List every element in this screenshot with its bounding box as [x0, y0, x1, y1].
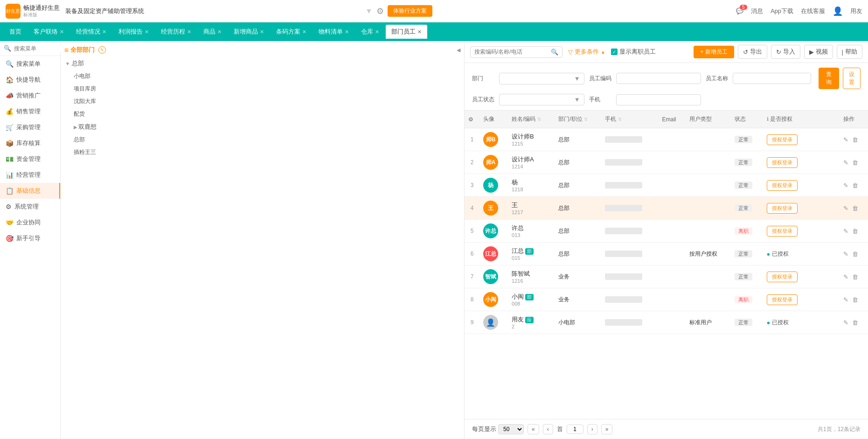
- tab-profit[interactable]: 利润报告 ✕: [113, 25, 154, 39]
- first-page-button[interactable]: «: [528, 424, 539, 434]
- sidebar-item-system[interactable]: ⚙系统管理: [0, 199, 60, 215]
- tab-home[interactable]: 首页: [4, 25, 27, 39]
- close-icon[interactable]: ✕: [417, 29, 422, 35]
- search-field[interactable]: [474, 49, 549, 55]
- checkbox-resigned[interactable]: ✓: [611, 49, 618, 55]
- col-name[interactable]: 姓名/编码 ⇅: [508, 111, 555, 128]
- delete-icon[interactable]: 🗑: [852, 159, 858, 166]
- search-button[interactable]: 查询: [819, 68, 839, 89]
- auth-login-button[interactable]: 授权登录: [767, 203, 798, 214]
- phone-input[interactable]: [616, 94, 701, 105]
- tab-barcode[interactable]: 条码方案 ✕: [271, 25, 312, 39]
- dept-node-general[interactable]: ▼ 总部: [61, 57, 464, 70]
- tab-goods[interactable]: 商品 ✕: [198, 25, 227, 39]
- sidebar-item-purchase[interactable]: 🛒采购管理: [0, 119, 60, 135]
- dropdown-arrow-icon[interactable]: ▼: [365, 7, 373, 15]
- edit-icon[interactable]: ✎: [843, 251, 848, 258]
- more-conditions-btn[interactable]: ▽ 更多条件 ▲: [568, 48, 605, 56]
- online-service-link[interactable]: 在线客服: [801, 7, 825, 15]
- sidebar-item-quicknav[interactable]: 🏠快捷导航: [0, 72, 60, 88]
- col-settings[interactable]: ⚙: [465, 111, 479, 128]
- sidebar-item-inventory[interactable]: 📦库存核算: [0, 135, 60, 151]
- delete-icon[interactable]: 🗑: [852, 205, 858, 212]
- tab-bom[interactable]: 物料清单 ✕: [313, 25, 354, 39]
- sidebar-item-marketing[interactable]: 📣营销推广: [0, 88, 60, 104]
- message-wrap[interactable]: 💬 5: [736, 7, 743, 14]
- auth-login-button[interactable]: 授权登录: [767, 226, 798, 237]
- edit-icon[interactable]: ✎: [843, 228, 848, 235]
- auth-login-button[interactable]: 授权登录: [767, 294, 798, 305]
- col-phone[interactable]: 手机 ⇅: [601, 111, 658, 128]
- sidebar-item-finance[interactable]: 💵资金管理: [0, 151, 60, 167]
- close-icon[interactable]: ✕: [145, 29, 149, 35]
- edit-icon[interactable]: ✎: [843, 319, 848, 326]
- next-page-button[interactable]: ›: [587, 424, 597, 434]
- edit-icon[interactable]: ✎: [843, 182, 848, 189]
- sidebar-item-collab[interactable]: 🤝企业协同: [0, 215, 60, 230]
- sidebar-item-basic[interactable]: 📋基础信息: [0, 183, 60, 199]
- view-button[interactable]: ▶ 视频: [804, 45, 833, 59]
- prev-page-button[interactable]: ‹: [543, 424, 553, 434]
- export-button[interactable]: ↺ 导出: [738, 45, 767, 59]
- edit-icon[interactable]: ✎: [843, 273, 848, 280]
- collapse-icon[interactable]: ◀: [457, 47, 460, 53]
- app-download-link[interactable]: App下载: [771, 7, 793, 15]
- sidebar-item-search[interactable]: 🔍搜索菜单: [0, 56, 60, 72]
- tab-warehouse[interactable]: 仓库 ✕: [355, 25, 385, 39]
- auth-login-button[interactable]: 授权登录: [767, 134, 798, 145]
- set-button[interactable]: 设置: [843, 68, 861, 89]
- auth-login-button[interactable]: 授权登录: [767, 157, 798, 168]
- delete-icon[interactable]: 🗑: [852, 136, 858, 143]
- dept-node-shuanglu[interactable]: ▶ 双鹿想: [61, 120, 464, 133]
- dept-select[interactable]: ▼: [499, 73, 584, 84]
- sidebar-item-sales[interactable]: 💰销售管理: [0, 104, 60, 119]
- settings-icon[interactable]: ⚙: [376, 6, 384, 16]
- add-employee-button[interactable]: + 新增员工: [694, 46, 734, 58]
- delete-icon[interactable]: 🗑: [852, 251, 858, 258]
- close-icon[interactable]: ✕: [60, 29, 64, 35]
- trial-button[interactable]: 体验行业方案: [388, 5, 432, 17]
- tab-add-goods[interactable]: 新增商品 ✕: [228, 25, 270, 39]
- dept-node-chafenwang[interactable]: 插粉王三: [61, 146, 464, 159]
- col-dept[interactable]: 部门/职位 ⇅: [555, 111, 601, 128]
- close-icon[interactable]: ✕: [302, 29, 306, 35]
- close-icon[interactable]: ✕: [345, 29, 349, 35]
- edit-icon[interactable]: ✎: [843, 205, 848, 212]
- help-button[interactable]: | 帮助: [837, 45, 862, 59]
- edit-icon[interactable]: ✎: [843, 296, 848, 303]
- delete-icon[interactable]: 🗑: [852, 296, 858, 303]
- delete-icon[interactable]: 🗑: [852, 319, 858, 326]
- tab-customer[interactable]: 客户联络 ✕: [28, 25, 69, 39]
- dept-node-project[interactable]: 项目库房: [61, 83, 464, 95]
- close-icon[interactable]: ✕: [217, 29, 222, 35]
- dept-node-shenyang[interactable]: 沈阳大库: [61, 95, 464, 108]
- close-icon[interactable]: ✕: [260, 29, 264, 35]
- status-select[interactable]: ▼: [499, 94, 584, 105]
- last-page-button[interactable]: »: [601, 424, 613, 434]
- sidebar-item-guide[interactable]: 🎯新手引导: [0, 230, 60, 246]
- delete-icon[interactable]: 🗑: [852, 228, 858, 235]
- auth-login-button[interactable]: 授权登录: [767, 272, 798, 282]
- delete-icon[interactable]: 🗑: [852, 273, 858, 280]
- auth-login-button[interactable]: 授权登录: [767, 180, 798, 191]
- dept-all-header[interactable]: ⊞ 全部部门 ✎ ◀: [61, 43, 464, 57]
- tab-department[interactable]: 部门员工 ✕: [386, 25, 427, 39]
- empcode-input[interactable]: [616, 73, 701, 84]
- edit-icon[interactable]: ✎: [843, 136, 848, 143]
- search-submit-icon[interactable]: 🔍: [551, 49, 558, 56]
- import-button[interactable]: ↻ 导入: [771, 45, 800, 59]
- close-icon[interactable]: ✕: [102, 29, 106, 35]
- dept-node-xiaodibu[interactable]: 小电部: [61, 70, 464, 83]
- sidebar-item-management[interactable]: 📊经营管理: [0, 167, 60, 183]
- dept-node-zongbu[interactable]: 总部: [61, 133, 464, 146]
- empname-input[interactable]: [733, 73, 811, 84]
- show-resigned-wrap[interactable]: ✓ 显示离职员工: [611, 48, 656, 56]
- dept-edit-icon[interactable]: ✎: [98, 46, 106, 54]
- dept-node-distribution[interactable]: 配货: [61, 108, 464, 120]
- close-icon[interactable]: ✕: [187, 29, 191, 35]
- tab-history[interactable]: 经营历程 ✕: [155, 25, 197, 39]
- close-icon[interactable]: ✕: [375, 29, 379, 35]
- delete-icon[interactable]: 🗑: [852, 182, 858, 189]
- tab-operation[interactable]: 经营情况 ✕: [70, 25, 112, 39]
- per-page-select[interactable]: 50 20 100: [498, 424, 524, 434]
